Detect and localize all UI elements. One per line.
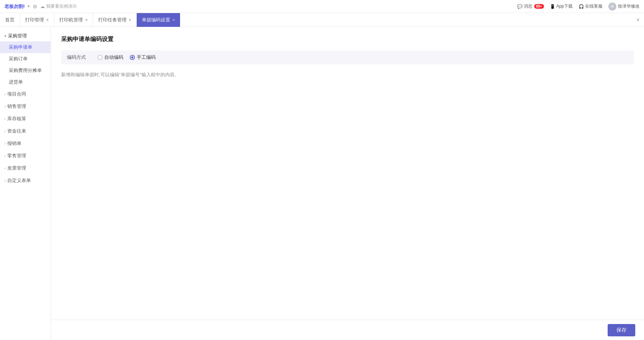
app-download-button[interactable]: 📱 App下载	[550, 3, 573, 9]
sidebar-group-custom-form[interactable]: › 自定义表单	[0, 174, 51, 187]
top-bar: 老板勿割! ▾ ⚙ ☁ 我要看实例演示 💬 消息 99+ 📱 App下载 🎧 在…	[0, 0, 644, 13]
message-button[interactable]: 💬 消息 99+	[517, 3, 544, 9]
sidebar-group-retail[interactable]: › 零售管理	[0, 150, 51, 162]
bottom-bar: 保存	[51, 320, 644, 340]
manual-code-label: 手工编码	[137, 54, 156, 61]
sidebar-group-expense-label: 报销单	[7, 140, 21, 147]
sidebar-group-purchase-label: 采购管理	[8, 33, 27, 39]
tab-barcode-settings[interactable]: 单据编码设置 ×	[137, 13, 180, 27]
expand-arrow-purchase: ▾	[4, 34, 7, 39]
radio-auto-code[interactable]: 自动编码	[97, 54, 123, 61]
sidebar-group-project-label: 项目合同	[7, 91, 26, 97]
search-area[interactable]: ☁ 我要看实例演示	[40, 3, 77, 9]
sidebar-item-purchase-expense[interactable]: 采购费用分摊单	[0, 65, 51, 76]
main-content: 采购申请单编码设置 编码方式 自动编码 手工编码 新增和编辑单据时,可以编辑"单…	[51, 27, 644, 340]
sidebar-group-expense[interactable]: › 报销单	[0, 137, 51, 150]
tab-print-management[interactable]: 打印管理 ×	[20, 13, 54, 27]
sidebar-group-sales-label: 销售管理	[7, 103, 26, 110]
coding-method-row: 编码方式 自动编码 手工编码	[61, 50, 634, 64]
top-bar-right: 💬 消息 99+ 📱 App下载 🎧 在线客服 徐 徐泽华修改	[517, 3, 640, 11]
sidebar-group-invoice[interactable]: › 发票管理	[0, 162, 51, 174]
tab-home[interactable]: 首页	[0, 13, 20, 27]
tab-close-printer-management[interactable]: ×	[85, 17, 88, 23]
save-button[interactable]: 保存	[608, 324, 635, 336]
online-service-label: 在线客服	[585, 3, 603, 9]
expand-arrow-custom-form: ›	[4, 178, 6, 183]
sidebar-group-invoice-label: 发票管理	[7, 165, 26, 171]
sidebar-group-sales[interactable]: › 销售管理	[0, 100, 51, 113]
tab-bar-global-close[interactable]: ×	[636, 17, 644, 23]
sidebar-group-inventory[interactable]: › 库存核算	[0, 113, 51, 125]
avatar: 徐	[608, 3, 616, 11]
page-title: 采购申请单编码设置	[61, 36, 634, 43]
app-download-label: App下载	[556, 3, 573, 9]
expand-arrow-expense: ›	[4, 141, 6, 146]
sidebar-group-custom-form-label: 自定义表单	[7, 177, 31, 184]
radio-manual-code[interactable]: 手工编码	[130, 54, 156, 61]
sidebar-item-purchase-order[interactable]: 采购订单	[0, 53, 51, 65]
app-icon: 📱	[550, 4, 555, 9]
message-icon: 💬	[517, 4, 523, 9]
radio-group: 自动编码 手工编码	[97, 54, 156, 61]
dropdown-icon[interactable]: ▾	[28, 4, 30, 9]
sidebar-group-finance-label: 资金往来	[7, 128, 26, 134]
message-badge: 99+	[534, 4, 544, 9]
user-name: 徐泽华修改	[618, 3, 640, 9]
user-profile[interactable]: 徐 徐泽华修改	[608, 3, 640, 11]
message-label: 消息	[524, 3, 532, 9]
expand-arrow-sales: ›	[4, 104, 6, 109]
sidebar-item-purchase-request[interactable]: 采购申请单	[0, 41, 51, 53]
sidebar-group-purchase: ▾ 采购管理 采购申请单 采购订单 采购费用分摊单 进货单	[0, 30, 51, 88]
expand-arrow-invoice: ›	[4, 166, 6, 170]
app-logo: 老板勿割!	[4, 3, 25, 10]
tab-print-task-management-label: 打印任务管理	[98, 17, 127, 23]
headset-icon: 🎧	[579, 4, 584, 9]
coding-method-label: 编码方式	[67, 54, 86, 61]
radio-circle-auto	[97, 55, 103, 60]
tab-close-print-task[interactable]: ×	[129, 17, 131, 23]
expand-arrow-finance: ›	[4, 129, 6, 133]
tab-barcode-settings-label: 单据编码设置	[142, 17, 170, 23]
tab-print-management-label: 打印管理	[25, 17, 44, 23]
cloud-icon: ☁	[40, 4, 45, 9]
search-text: 我要看实例演示	[46, 3, 77, 9]
sidebar-group-project[interactable]: › 项目合同	[0, 88, 51, 100]
auto-code-label: 自动编码	[104, 54, 123, 61]
sidebar-item-inbound-label: 进货单	[9, 79, 23, 85]
tab-print-task-management[interactable]: 打印任务管理 ×	[93, 13, 137, 27]
expand-arrow-inventory: ›	[4, 117, 6, 121]
expand-arrow-project: ›	[4, 92, 6, 96]
tab-close-print-management[interactable]: ×	[46, 17, 49, 23]
tab-printer-management-label: 打印机管理	[59, 17, 83, 23]
tab-printer-management[interactable]: 打印机管理 ×	[54, 13, 93, 27]
sidebar-item-purchase-request-label: 采购申请单	[9, 44, 32, 50]
sidebar: ▾ 采购管理 采购申请单 采购订单 采购费用分摊单 进货单 › 项目合同 › 销…	[0, 27, 51, 340]
sidebar-item-purchase-order-label: 采购订单	[9, 56, 28, 61]
tab-bar: 首页 打印管理 × 打印机管理 × 打印任务管理 × 单据编码设置 × ×	[0, 13, 644, 27]
hint-text: 新增和编辑单据时,可以编辑"单据编号"输入框中的内容。	[61, 72, 634, 78]
main-layout: ▾ 采购管理 采购申请单 采购订单 采购费用分摊单 进货单 › 项目合同 › 销…	[0, 27, 644, 340]
sidebar-item-purchase-expense-label: 采购费用分摊单	[9, 68, 42, 73]
online-service-button[interactable]: 🎧 在线客服	[579, 3, 603, 9]
expand-arrow-retail: ›	[4, 154, 6, 158]
tab-close-barcode-settings[interactable]: ×	[172, 17, 175, 23]
sidebar-item-inbound[interactable]: 进货单	[0, 76, 51, 88]
gear-icon[interactable]: ⚙	[33, 4, 37, 9]
sidebar-group-finance[interactable]: › 资金往来	[0, 125, 51, 137]
sidebar-group-retail-label: 零售管理	[7, 153, 26, 159]
radio-circle-manual	[130, 55, 135, 60]
top-bar-left: 老板勿割! ▾ ⚙ ☁ 我要看实例演示	[4, 3, 77, 10]
content-area: 采购申请单编码设置 编码方式 自动编码 手工编码 新增和编辑单据时,可以编辑"单…	[51, 27, 644, 320]
tab-home-label: 首页	[5, 17, 15, 23]
sidebar-group-inventory-label: 库存核算	[7, 116, 26, 122]
sidebar-group-purchase-header[interactable]: ▾ 采购管理	[0, 30, 51, 41]
